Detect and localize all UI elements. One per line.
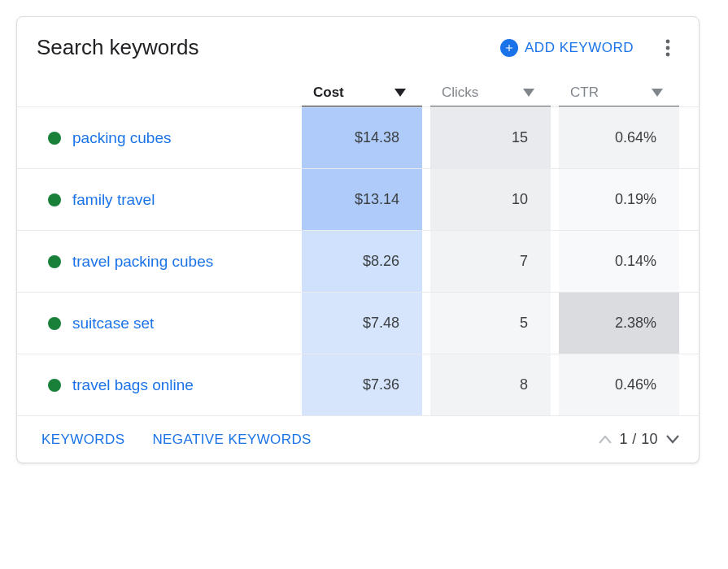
ctr-cell: 0.64% xyxy=(559,107,679,168)
keyword-link[interactable]: travel bags online xyxy=(72,376,194,394)
add-keyword-label: ADD KEYWORD xyxy=(525,40,634,56)
plus-circle-icon xyxy=(500,39,518,57)
table-row: packing cubes$14.38150.64% xyxy=(17,106,699,168)
clicks-cell: 8 xyxy=(430,354,551,415)
keyword-link[interactable]: family travel xyxy=(72,191,155,209)
table-row: family travel$13.14100.19% xyxy=(17,168,699,230)
clicks-cell: 15 xyxy=(430,107,551,168)
table-row: suitcase set$7.4852.38% xyxy=(17,292,699,354)
cost-cell: $8.26 xyxy=(302,231,422,292)
ctr-cell: 0.14% xyxy=(559,231,679,292)
card-header: Search keywords ADD KEYWORD xyxy=(17,17,699,72)
table-header: Cost Clicks CTR xyxy=(17,72,699,106)
tab-keywords[interactable]: KEYWORDS xyxy=(41,432,124,448)
svg-point-0 xyxy=(666,39,670,43)
sort-desc-icon xyxy=(395,85,406,101)
sort-icon xyxy=(652,85,663,101)
card-title: Search keywords xyxy=(37,35,500,60)
sort-icon xyxy=(523,85,534,101)
pager-prev-button[interactable] xyxy=(599,431,612,448)
table-body: packing cubes$14.38150.64%family travel$… xyxy=(17,106,699,415)
card-footer: KEYWORDS NEGATIVE KEYWORDS 1 / 10 xyxy=(17,415,699,463)
status-enabled-icon xyxy=(48,317,61,330)
clicks-cell: 7 xyxy=(430,231,551,292)
column-header-cost[interactable]: Cost xyxy=(302,78,422,106)
ctr-cell: 2.38% xyxy=(559,293,679,354)
cost-cell: $14.38 xyxy=(302,107,422,168)
table-row: travel packing cubes$8.2670.14% xyxy=(17,230,699,292)
column-header-cost-label: Cost xyxy=(313,85,344,101)
clicks-cell: 5 xyxy=(430,293,551,354)
keyword-link[interactable]: suitcase set xyxy=(72,315,154,332)
add-keyword-button[interactable]: ADD KEYWORD xyxy=(500,39,634,57)
table-row: travel bags online$7.3680.46% xyxy=(17,354,699,415)
pager-next-button[interactable] xyxy=(666,431,679,448)
svg-point-2 xyxy=(666,52,670,56)
column-header-clicks-label: Clicks xyxy=(442,85,478,101)
status-enabled-icon xyxy=(48,379,61,392)
status-enabled-icon xyxy=(48,193,61,206)
keyword-cell: family travel xyxy=(17,169,302,230)
keyword-cell: packing cubes xyxy=(17,107,302,168)
pager-text: 1 / 10 xyxy=(620,431,658,448)
cost-cell: $7.48 xyxy=(302,293,422,354)
pager: 1 / 10 xyxy=(599,431,679,448)
column-header-ctr-label: CTR xyxy=(570,85,599,101)
status-enabled-icon xyxy=(48,255,61,268)
search-keywords-card: Search keywords ADD KEYWORD Cost Clicks … xyxy=(16,16,700,463)
more-menu-button[interactable] xyxy=(656,37,679,59)
ctr-cell: 0.19% xyxy=(559,169,679,230)
clicks-cell: 10 xyxy=(430,169,551,230)
keyword-cell: travel packing cubes xyxy=(17,231,302,292)
column-header-clicks[interactable]: Clicks xyxy=(430,78,551,106)
ctr-cell: 0.46% xyxy=(559,354,679,415)
cost-cell: $13.14 xyxy=(302,169,422,230)
keyword-link[interactable]: packing cubes xyxy=(72,129,171,147)
tab-negative-keywords[interactable]: NEGATIVE KEYWORDS xyxy=(152,432,311,448)
keyword-cell: travel bags online xyxy=(17,354,302,415)
column-header-ctr[interactable]: CTR xyxy=(559,78,679,106)
keyword-cell: suitcase set xyxy=(17,293,302,354)
svg-point-1 xyxy=(666,46,670,50)
cost-cell: $7.36 xyxy=(302,354,422,415)
keyword-link[interactable]: travel packing cubes xyxy=(72,253,213,271)
status-enabled-icon xyxy=(48,132,61,145)
